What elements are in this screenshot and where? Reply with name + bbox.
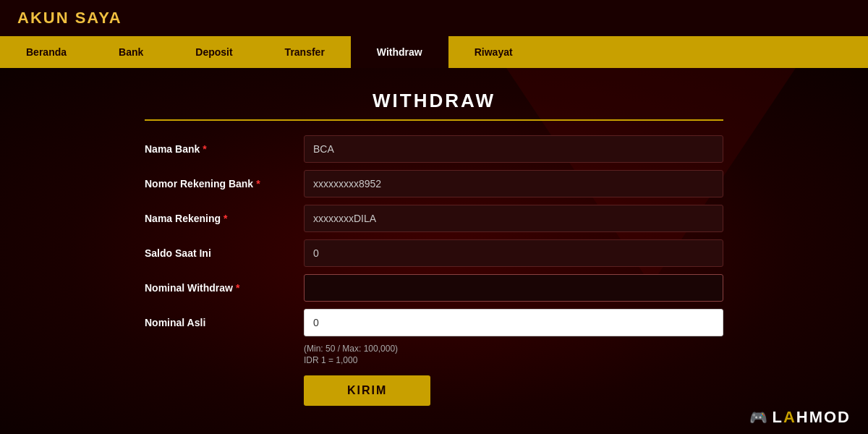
- hint-min-max: (Min: 50 / Max: 100,000): [304, 344, 723, 354]
- main-content: WITHDRAW Nama Bank* Nomor Rekening Bank*…: [0, 68, 868, 434]
- app-title: AKUN SAYA: [17, 9, 122, 27]
- row-nominal-asli: Nominal Asli: [145, 309, 723, 336]
- form-title: WITHDRAW: [145, 90, 723, 112]
- input-nominal-withdraw[interactable]: [304, 274, 723, 302]
- row-nomor-rekening: Nomor Rekening Bank*: [145, 170, 723, 197]
- label-nominal-asli: Nominal Asli: [145, 317, 304, 328]
- required-star-rekening: *: [256, 178, 260, 190]
- kirim-button[interactable]: KIRIM: [304, 375, 430, 406]
- watermark-text: LAHMOD: [772, 408, 851, 427]
- withdraw-form: WITHDRAW Nama Bank* Nomor Rekening Bank*…: [145, 90, 723, 406]
- input-nama-bank[interactable]: [304, 135, 723, 163]
- watermark: 🎮 LAHMOD: [749, 408, 851, 427]
- nav-deposit[interactable]: Deposit: [169, 36, 258, 68]
- required-star-nominal: *: [236, 282, 239, 294]
- input-nominal-asli[interactable]: [304, 309, 723, 336]
- input-nomor-rekening[interactable]: [304, 170, 723, 197]
- title-divider: [145, 119, 723, 121]
- label-nominal-withdraw: Nominal Withdraw*: [145, 282, 304, 294]
- row-nama-bank: Nama Bank*: [145, 135, 723, 163]
- nav-beranda[interactable]: Beranda: [0, 36, 93, 68]
- nav-transfer[interactable]: Transfer: [259, 36, 351, 68]
- navigation: Beranda Bank Deposit Transfer Withdraw R…: [0, 36, 868, 68]
- label-saldo: Saldo Saat Ini: [145, 247, 304, 259]
- label-nama-bank: Nama Bank*: [145, 143, 304, 155]
- label-nama-rekening: Nama Rekening*: [145, 213, 304, 224]
- header: AKUN SAYA: [0, 0, 868, 36]
- required-star-nama-rek: *: [224, 213, 227, 224]
- submit-row: KIRIM: [304, 375, 723, 406]
- label-nomor-rekening: Nomor Rekening Bank*: [145, 178, 304, 190]
- required-star-bank: *: [203, 143, 206, 155]
- input-saldo[interactable]: [304, 239, 723, 267]
- nav-withdraw[interactable]: Withdraw: [351, 36, 448, 68]
- watermark-icon: 🎮: [749, 409, 767, 426]
- nav-riwayat[interactable]: Riwayat: [448, 36, 539, 68]
- row-saldo: Saldo Saat Ini: [145, 239, 723, 267]
- row-nama-rekening: Nama Rekening*: [145, 205, 723, 232]
- nav-bank[interactable]: Bank: [93, 36, 169, 68]
- input-nama-rekening[interactable]: [304, 205, 723, 232]
- hint-idr: IDR 1 = 1,000: [304, 355, 723, 365]
- row-nominal-withdraw: Nominal Withdraw*: [145, 274, 723, 302]
